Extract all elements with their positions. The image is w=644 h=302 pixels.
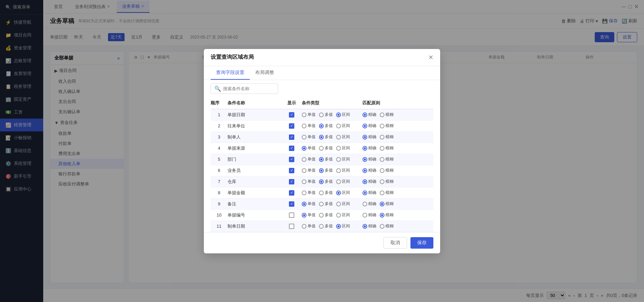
radio-circle bbox=[380, 135, 384, 140]
row-show-checkbox[interactable]: ✓ bbox=[281, 123, 302, 129]
row-show-checkbox[interactable] bbox=[281, 212, 302, 218]
radio-item-fuzzy[interactable]: 模糊 bbox=[380, 190, 394, 196]
radio-item-single[interactable]: 单值 bbox=[302, 145, 316, 151]
radio-item-multi[interactable]: 多值 bbox=[319, 156, 333, 162]
checkbox-icon[interactable]: ✓ bbox=[289, 112, 294, 118]
radio-item-range[interactable]: 区间 bbox=[336, 145, 350, 151]
checkbox-icon[interactable]: ✓ bbox=[289, 123, 294, 129]
radio-label: 精确 bbox=[368, 168, 376, 173]
checkbox-icon[interactable]: ✓ bbox=[289, 157, 294, 162]
radio-item-single[interactable]: 单值 bbox=[302, 123, 316, 129]
radio-item-fuzzy[interactable]: 模糊 bbox=[380, 123, 394, 129]
radio-item-single[interactable]: 单值 bbox=[302, 134, 316, 140]
radio-item-multi[interactable]: 多值 bbox=[319, 134, 333, 140]
radio-item-range[interactable]: 区间 bbox=[336, 156, 350, 162]
radio-item-single[interactable]: 单值 bbox=[302, 201, 316, 207]
radio-item-fuzzy[interactable]: 模糊 bbox=[380, 179, 394, 184]
radio-item-range[interactable]: 区间 bbox=[336, 212, 350, 218]
dialog-close-button[interactable]: ✕ bbox=[428, 54, 433, 61]
row-name: 往来单位 bbox=[227, 123, 281, 129]
radio-item-range[interactable]: 区间 bbox=[336, 123, 350, 129]
row-order: 2 bbox=[211, 123, 227, 128]
row-match-rule: 精确模糊 bbox=[363, 112, 430, 118]
radio-item-fuzzy[interactable]: 模糊 bbox=[380, 168, 394, 173]
checkbox-icon[interactable] bbox=[289, 212, 294, 218]
row-show-checkbox[interactable]: ✓ bbox=[281, 134, 302, 140]
radio-item-exact[interactable]: 精确 bbox=[363, 190, 376, 196]
table-row: 9备注✓单值多值区间精确模糊 bbox=[211, 199, 433, 210]
radio-item-multi[interactable]: 多值 bbox=[319, 168, 333, 173]
radio-circle bbox=[363, 124, 367, 128]
radio-item-single[interactable]: 单值 bbox=[302, 112, 316, 118]
radio-item-fuzzy[interactable]: 模糊 bbox=[380, 201, 394, 207]
radio-item-multi[interactable]: 多值 bbox=[319, 212, 333, 218]
row-show-checkbox[interactable]: ✓ bbox=[281, 179, 302, 184]
radio-item-multi[interactable]: 多值 bbox=[319, 112, 333, 118]
checkbox-icon[interactable]: ✓ bbox=[289, 201, 294, 207]
radio-item-single[interactable]: 单值 bbox=[302, 179, 316, 184]
radio-item-fuzzy[interactable]: 模糊 bbox=[380, 145, 394, 151]
radio-circle bbox=[363, 112, 367, 117]
radio-item-fuzzy[interactable]: 模糊 bbox=[380, 112, 394, 118]
radio-item-range[interactable]: 区间 bbox=[336, 179, 350, 184]
cancel-button[interactable]: 取消 bbox=[383, 237, 407, 249]
radio-item-single[interactable]: 单值 bbox=[302, 223, 316, 229]
radio-item-single[interactable]: 单值 bbox=[302, 190, 316, 196]
checkbox-icon[interactable] bbox=[289, 224, 294, 229]
row-show-checkbox[interactable] bbox=[281, 224, 302, 229]
dialog-tab-query[interactable]: 查询字段设置 bbox=[211, 66, 250, 80]
radio-item-range[interactable]: 区间 bbox=[336, 168, 350, 173]
radio-item-exact[interactable]: 精确 bbox=[363, 168, 376, 173]
radio-item-fuzzy[interactable]: 模糊 bbox=[380, 223, 394, 229]
radio-label: 模糊 bbox=[385, 179, 394, 184]
radio-item-range[interactable]: 区间 bbox=[336, 201, 350, 207]
radio-item-fuzzy[interactable]: 模糊 bbox=[380, 156, 394, 162]
radio-item-range[interactable]: 区间 bbox=[336, 112, 350, 118]
radio-item-multi[interactable]: 多值 bbox=[319, 190, 333, 196]
radio-circle bbox=[319, 157, 324, 162]
radio-item-exact[interactable]: 精确 bbox=[363, 156, 376, 162]
checkbox-icon[interactable]: ✓ bbox=[289, 134, 294, 140]
radio-item-single[interactable]: 单值 bbox=[302, 156, 316, 162]
row-show-checkbox[interactable]: ✓ bbox=[281, 168, 302, 173]
radio-item-single[interactable]: 单值 bbox=[302, 168, 316, 173]
radio-item-range[interactable]: 区间 bbox=[336, 134, 350, 140]
dialog-tab-layout[interactable]: 布局调整 bbox=[250, 66, 279, 80]
radio-circle bbox=[302, 202, 306, 206]
radio-item-exact[interactable]: 精确 bbox=[363, 212, 376, 218]
radio-item-multi[interactable]: 多值 bbox=[319, 145, 333, 151]
radio-item-exact[interactable]: 精确 bbox=[363, 145, 376, 151]
settings-dialog: 设置查询区域布局 ✕ 查询字段设置 布局调整 🔍 顺序 条件名称 显示 bbox=[204, 49, 440, 253]
radio-item-fuzzy[interactable]: 模糊 bbox=[380, 212, 394, 218]
search-input[interactable] bbox=[223, 86, 274, 91]
row-show-checkbox[interactable]: ✓ bbox=[281, 157, 302, 162]
radio-item-exact[interactable]: 精确 bbox=[363, 201, 376, 207]
radio-item-exact[interactable]: 精确 bbox=[363, 112, 376, 118]
radio-item-multi[interactable]: 多值 bbox=[319, 123, 333, 129]
radio-item-multi[interactable]: 多值 bbox=[319, 223, 333, 229]
row-show-checkbox[interactable]: ✓ bbox=[281, 201, 302, 207]
radio-item-multi[interactable]: 多值 bbox=[319, 179, 333, 184]
row-show-checkbox[interactable]: ✓ bbox=[281, 146, 302, 151]
radio-item-exact[interactable]: 精确 bbox=[363, 223, 376, 229]
row-condition-type: 单值多值区间 bbox=[302, 123, 363, 129]
radio-item-range[interactable]: 区间 bbox=[336, 190, 350, 196]
checkbox-icon[interactable]: ✓ bbox=[289, 168, 294, 173]
radio-item-fuzzy[interactable]: 模糊 bbox=[380, 134, 394, 140]
checkbox-icon[interactable]: ✓ bbox=[289, 146, 294, 151]
radio-item-range[interactable]: 区间 bbox=[336, 223, 350, 229]
checkbox-icon[interactable]: ✓ bbox=[289, 179, 294, 184]
save-button[interactable]: 保存 bbox=[410, 237, 433, 249]
row-show-checkbox[interactable]: ✓ bbox=[281, 190, 302, 196]
radio-label: 多值 bbox=[325, 223, 333, 229]
radio-label: 区间 bbox=[342, 179, 350, 184]
radio-item-multi[interactable]: 多值 bbox=[319, 201, 333, 207]
row-show-checkbox[interactable]: ✓ bbox=[281, 112, 302, 118]
radio-item-single[interactable]: 单值 bbox=[302, 212, 316, 218]
checkbox-icon[interactable]: ✓ bbox=[289, 190, 294, 196]
radio-item-exact[interactable]: 精确 bbox=[363, 134, 376, 140]
radio-item-exact[interactable]: 精确 bbox=[363, 123, 376, 129]
row-match-rule: 精确模糊 bbox=[363, 123, 430, 129]
radio-item-exact[interactable]: 精确 bbox=[363, 179, 376, 184]
search-box[interactable]: 🔍 bbox=[211, 83, 278, 94]
